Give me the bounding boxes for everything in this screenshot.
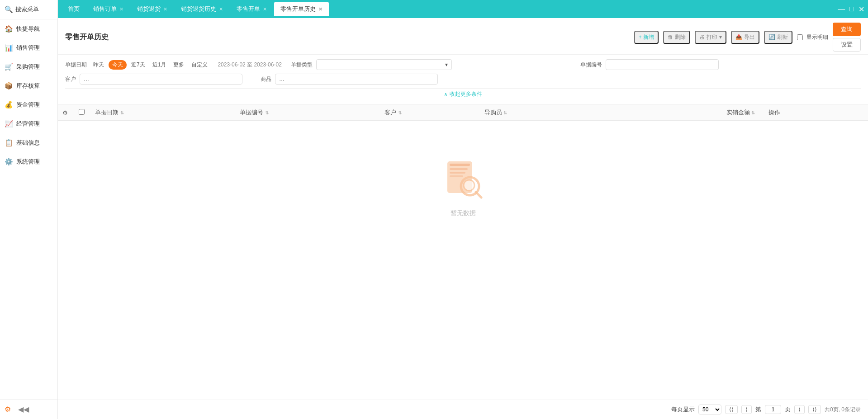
collapse-sidebar-icon[interactable]: ◀◀ xyxy=(18,405,29,414)
system-mgmt-icon: ⚙️ xyxy=(5,158,13,166)
basic-info-icon: 📋 xyxy=(5,139,13,147)
th-date[interactable]: 单据日期 ⇅ xyxy=(90,105,235,121)
tab-retail-open-history-label: 零售开单历史 xyxy=(280,5,316,13)
th-guide-label: 导购员 xyxy=(484,109,502,116)
refresh-button[interactable]: 🔄 刷新 xyxy=(764,31,792,44)
date-btn-7days[interactable]: 近7天 xyxy=(128,60,148,70)
svg-rect-3 xyxy=(450,172,465,174)
page-content: 零售开单历史 + 新增 🗑 删除 🖨 打印 ▾ 📤 导出 🔄 xyxy=(58,18,868,419)
settings-button[interactable]: 设置 xyxy=(833,38,861,52)
sidebar-item-sales-mgmt[interactable]: 📊 销售管理 xyxy=(0,38,57,57)
page-first-btn[interactable]: ⟨⟨ xyxy=(725,405,738,414)
type-select-arrow: ▾ xyxy=(445,61,448,68)
tab-sales-return-history-close[interactable]: ✕ xyxy=(219,6,223,12)
display-detail-checkbox[interactable] xyxy=(797,34,803,40)
type-filter-label: 单据类型 xyxy=(291,61,313,69)
date-filter-group: 单据日期 昨天 今天 近7天 近1月 更多 自定义 2023-06-02 至 2… xyxy=(65,60,282,70)
settings-bottom-icon[interactable]: ⚙ xyxy=(5,405,11,414)
svg-rect-4 xyxy=(450,175,463,177)
th-settings[interactable]: ⚙ xyxy=(58,105,74,121)
date-filter-buttons: 昨天 今天 近7天 近1月 更多 自定义 xyxy=(90,60,210,70)
sidebar-item-quick-nav[interactable]: 🏠 快捷导航 xyxy=(0,19,57,38)
tab-bar: 首页 销售订单 ✕ 销货退货 ✕ 销货退货历史 ✕ 零售开单 ✕ 零售开单历史 … xyxy=(58,0,868,18)
tab-retail-open-close[interactable]: ✕ xyxy=(263,6,267,12)
tab-sales-return[interactable]: 销货退货 ✕ xyxy=(131,2,174,16)
th-action: 操作 xyxy=(764,105,868,121)
page-total: 共0页, 0条记录 xyxy=(825,406,861,414)
sidebar-item-label: 采购管理 xyxy=(16,63,40,71)
tab-sales-return-history-label: 销货退货历史 xyxy=(181,5,216,13)
new-button[interactable]: + 新增 xyxy=(634,31,659,44)
customer-filter-group: 客户 xyxy=(65,74,242,85)
date-btn-custom[interactable]: 自定义 xyxy=(189,60,210,70)
date-btn-more[interactable]: 更多 xyxy=(171,60,187,70)
tab-sales-order[interactable]: 销售订单 ✕ xyxy=(87,2,130,16)
th-amount-sort-icon: ⇅ xyxy=(751,110,755,115)
page-last-btn[interactable]: ⟩⟩ xyxy=(808,405,821,414)
collapse-bar[interactable]: ∧ 收起更多条件 xyxy=(65,88,861,100)
toolbar-actions: + 新增 🗑 删除 🖨 打印 ▾ 📤 导出 🔄 刷新 xyxy=(634,23,861,52)
operations-icon: 📈 xyxy=(5,120,13,128)
type-select[interactable]: ▾ xyxy=(316,59,452,70)
page-next-btn[interactable]: ⟩ xyxy=(794,405,805,414)
tab-sales-return-label: 销货退货 xyxy=(137,5,161,13)
sidebar-item-basic-info[interactable]: 📋 基础信息 xyxy=(0,133,57,152)
delete-icon: 🗑 xyxy=(668,34,673,40)
product-input[interactable] xyxy=(275,74,438,85)
pagination: 每页显示 10 20 50 100 ⟨⟨ ⟨ 第 页 ⟩ ⟩⟩ 共0页, 0条记… xyxy=(58,400,868,419)
date-btn-yesterday[interactable]: 昨天 xyxy=(90,60,107,70)
th-amount[interactable]: 实销金额 ⇅ xyxy=(602,105,764,121)
window-maximize-icon[interactable]: □ xyxy=(849,5,854,13)
sidebar-item-finance[interactable]: 💰 资金管理 xyxy=(0,95,57,114)
refresh-icon: 🔄 xyxy=(768,34,775,40)
th-date-sort-icon: ⇅ xyxy=(120,110,124,115)
page-label: 页 xyxy=(785,405,791,414)
table-gear-icon[interactable]: ⚙ xyxy=(62,109,68,116)
export-icon: 📤 xyxy=(735,34,742,40)
filter-row-1: 单据日期 昨天 今天 近7天 近1月 更多 自定义 2023-06-02 至 2… xyxy=(65,59,861,70)
tab-sales-return-close[interactable]: ✕ xyxy=(163,6,167,12)
page-prev-btn[interactable]: ⟨ xyxy=(741,405,752,414)
date-filter-label: 单据日期 xyxy=(65,61,87,69)
tab-home[interactable]: 首页 xyxy=(62,2,86,16)
filter-row-2: 客户 商品 xyxy=(65,74,861,85)
sidebar-item-system-mgmt[interactable]: ⚙️ 系统管理 xyxy=(0,152,57,171)
sidebar-item-label: 经营管理 xyxy=(16,120,40,128)
customer-input[interactable] xyxy=(80,74,242,85)
th-guide[interactable]: 导购员 ⇅ xyxy=(480,105,602,121)
sidebar-item-label: 快捷导航 xyxy=(16,25,40,33)
print-button[interactable]: 🖨 打印 ▾ xyxy=(695,31,726,44)
select-all-checkbox[interactable] xyxy=(79,109,85,115)
page-size-select[interactable]: 10 20 50 100 xyxy=(698,405,721,414)
query-button[interactable]: 查询 xyxy=(833,23,861,36)
order-no-input[interactable] xyxy=(606,59,719,70)
type-filter-group: 单据类型 ▾ xyxy=(291,59,571,70)
tab-sales-order-close[interactable]: ✕ xyxy=(119,6,123,12)
table-header: ⚙ 单据日期 ⇅ 单据编号 ⇅ xyxy=(58,105,868,121)
display-detail-checkbox-label[interactable]: 显示明细 xyxy=(797,33,828,41)
th-customer[interactable]: 客户 ⇅ xyxy=(380,105,480,121)
export-button[interactable]: 📤 导出 xyxy=(731,31,759,44)
th-order-no[interactable]: 单据编号 ⇅ xyxy=(235,105,380,121)
sidebar-search[interactable]: 🔍 搜索采单 xyxy=(0,0,57,19)
window-minimize-icon[interactable]: — xyxy=(838,5,845,13)
product-label: 商品 xyxy=(261,75,271,83)
collapse-up-icon: ∧ xyxy=(444,91,448,98)
tab-retail-open[interactable]: 零售开单 ✕ xyxy=(230,2,273,16)
table-area: ⚙ 单据日期 ⇅ 单据编号 ⇅ xyxy=(58,105,868,400)
date-btn-today[interactable]: 今天 xyxy=(109,60,127,70)
delete-button[interactable]: 🗑 删除 xyxy=(663,31,690,44)
sidebar: 🔍 搜索采单 🏠 快捷导航 📊 销售管理 🛒 采购管理 📦 库存核算 💰 资金管… xyxy=(0,0,58,419)
date-btn-1month[interactable]: 近1月 xyxy=(150,60,169,70)
data-table: ⚙ 单据日期 ⇅ 单据编号 ⇅ xyxy=(58,105,868,121)
sidebar-item-purchase-mgmt[interactable]: 🛒 采购管理 xyxy=(0,57,57,76)
tab-retail-open-history-close[interactable]: ✕ xyxy=(318,6,323,12)
tab-retail-open-history[interactable]: 零售开单历史 ✕ xyxy=(274,2,329,16)
th-checkbox[interactable] xyxy=(74,105,90,121)
page-number-input[interactable] xyxy=(765,405,781,414)
window-close-icon[interactable]: ✕ xyxy=(859,5,864,14)
sidebar-item-inventory[interactable]: 📦 库存核算 xyxy=(0,76,57,95)
tab-sales-return-history[interactable]: 销货退货历史 ✕ xyxy=(175,2,229,16)
tab-home-label: 首页 xyxy=(68,5,80,13)
sidebar-item-operations[interactable]: 📈 经营管理 xyxy=(0,114,57,133)
